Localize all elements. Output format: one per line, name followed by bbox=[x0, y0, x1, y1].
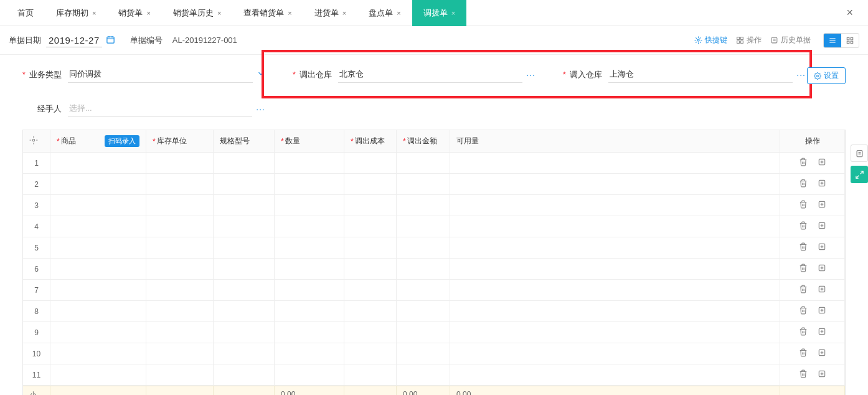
grid-view-icon[interactable] bbox=[841, 34, 859, 47]
table-cell[interactable] bbox=[214, 174, 275, 195]
table-cell[interactable] bbox=[397, 280, 450, 301]
side-expand-icon[interactable] bbox=[851, 166, 868, 183]
table-cell[interactable] bbox=[214, 343, 275, 364]
table-cell[interactable] bbox=[275, 195, 344, 216]
out-warehouse-field[interactable]: * 调出仓库 北京仓 ··· bbox=[293, 66, 535, 83]
table-cell[interactable] bbox=[275, 343, 344, 364]
close-icon[interactable]: × bbox=[288, 9, 291, 17]
chevron-down-icon[interactable] bbox=[257, 69, 265, 80]
delete-row-icon[interactable] bbox=[799, 200, 808, 211]
table-cell[interactable] bbox=[397, 153, 450, 174]
table-cell[interactable] bbox=[397, 174, 450, 195]
table-cell[interactable] bbox=[344, 259, 397, 280]
biz-type-field[interactable]: * 业务类型 同价调拨 bbox=[22, 66, 265, 83]
table-cell[interactable] bbox=[344, 153, 397, 174]
tab-home[interactable]: 首页 bbox=[6, 0, 45, 26]
table-cell[interactable] bbox=[450, 174, 780, 195]
delete-row-icon[interactable] bbox=[799, 179, 808, 189]
table-cell[interactable] bbox=[146, 153, 214, 174]
table-cell[interactable] bbox=[275, 216, 344, 237]
add-row-icon[interactable] bbox=[818, 285, 826, 295]
table-cell[interactable] bbox=[214, 153, 275, 174]
tab-inventory-init[interactable]: 库存期初× bbox=[45, 0, 107, 26]
lookup-icon[interactable]: ··· bbox=[526, 70, 535, 80]
close-icon[interactable]: × bbox=[92, 9, 96, 17]
lookup-icon[interactable]: ··· bbox=[796, 70, 806, 80]
table-cell[interactable] bbox=[397, 259, 450, 280]
table-cell[interactable] bbox=[50, 216, 146, 237]
add-row-icon[interactable] bbox=[818, 369, 826, 380]
add-row-icon[interactable] bbox=[818, 242, 826, 253]
close-icon[interactable]: × bbox=[397, 9, 400, 17]
table-cell[interactable] bbox=[275, 259, 344, 280]
table-cell[interactable] bbox=[275, 301, 344, 322]
in-warehouse-value[interactable]: 上海仓 bbox=[608, 66, 793, 83]
table-cell[interactable] bbox=[344, 280, 397, 301]
delete-row-icon[interactable] bbox=[799, 348, 808, 359]
table-cell[interactable] bbox=[275, 237, 344, 259]
table-cell[interactable] bbox=[450, 237, 780, 259]
table-cell[interactable] bbox=[214, 364, 275, 386]
table-cell[interactable] bbox=[450, 364, 780, 386]
add-row-icon[interactable] bbox=[818, 179, 826, 189]
biz-type-value[interactable]: 同价调拨 bbox=[68, 66, 253, 83]
table-cell[interactable] bbox=[214, 322, 275, 343]
table-cell[interactable] bbox=[397, 364, 450, 386]
table-cell[interactable] bbox=[450, 301, 780, 322]
table-cell[interactable] bbox=[450, 343, 780, 364]
table-cell[interactable] bbox=[146, 174, 214, 195]
delete-row-icon[interactable] bbox=[799, 285, 808, 295]
table-cell[interactable] bbox=[214, 216, 275, 237]
table-cell[interactable] bbox=[214, 259, 275, 280]
add-row-icon[interactable] bbox=[818, 221, 826, 232]
add-row-icon[interactable] bbox=[818, 264, 826, 274]
tab-purchase[interactable]: 进货单× bbox=[303, 0, 357, 26]
side-notes-icon[interactable] bbox=[851, 145, 868, 162]
table-cell[interactable] bbox=[344, 322, 397, 343]
doc-date-input[interactable]: 2019-12-27 bbox=[46, 34, 102, 47]
table-cell[interactable] bbox=[50, 364, 146, 386]
column-settings[interactable] bbox=[23, 130, 50, 153]
table-cell[interactable] bbox=[344, 195, 397, 216]
add-row-icon[interactable] bbox=[818, 348, 826, 359]
in-warehouse-field[interactable]: * 调入仓库 上海仓 ··· bbox=[563, 66, 806, 83]
delete-row-icon[interactable] bbox=[799, 221, 808, 232]
add-row-icon[interactable] bbox=[818, 200, 826, 211]
close-icon[interactable]: × bbox=[451, 9, 455, 17]
tab-view-sales[interactable]: 查看销货单× bbox=[232, 0, 303, 26]
table-cell[interactable] bbox=[146, 322, 214, 343]
close-icon[interactable]: × bbox=[342, 9, 346, 17]
table-cell[interactable] bbox=[275, 153, 344, 174]
table-cell[interactable] bbox=[146, 301, 214, 322]
table-cell[interactable] bbox=[50, 153, 146, 174]
table-cell[interactable] bbox=[450, 195, 780, 216]
table-cell[interactable] bbox=[344, 364, 397, 386]
table-cell[interactable] bbox=[50, 237, 146, 259]
table-cell[interactable] bbox=[50, 301, 146, 322]
table-cell[interactable] bbox=[146, 195, 214, 216]
handler-field[interactable]: * 经手人 选择... ··· bbox=[22, 100, 265, 117]
table-cell[interactable] bbox=[397, 301, 450, 322]
table-cell[interactable] bbox=[146, 237, 214, 259]
table-cell[interactable] bbox=[344, 237, 397, 259]
table-cell[interactable] bbox=[344, 174, 397, 195]
table-cell[interactable] bbox=[146, 216, 214, 237]
delete-row-icon[interactable] bbox=[799, 264, 808, 274]
table-cell[interactable] bbox=[450, 216, 780, 237]
table-cell[interactable] bbox=[50, 174, 146, 195]
table-cell[interactable] bbox=[214, 195, 275, 216]
delete-row-icon[interactable] bbox=[799, 327, 808, 338]
table-cell[interactable] bbox=[397, 216, 450, 237]
table-cell[interactable] bbox=[50, 280, 146, 301]
delete-row-icon[interactable] bbox=[799, 158, 808, 168]
table-cell[interactable] bbox=[397, 195, 450, 216]
out-warehouse-value[interactable]: 北京仓 bbox=[338, 66, 523, 83]
table-cell[interactable] bbox=[344, 343, 397, 364]
table-cell[interactable] bbox=[450, 259, 780, 280]
table-cell[interactable] bbox=[397, 237, 450, 259]
table-cell[interactable] bbox=[214, 280, 275, 301]
table-cell[interactable] bbox=[397, 343, 450, 364]
scan-input-button[interactable]: 扫码录入 bbox=[105, 135, 139, 147]
settings-button[interactable]: 设置 bbox=[807, 67, 846, 84]
delete-row-icon[interactable] bbox=[799, 369, 808, 380]
